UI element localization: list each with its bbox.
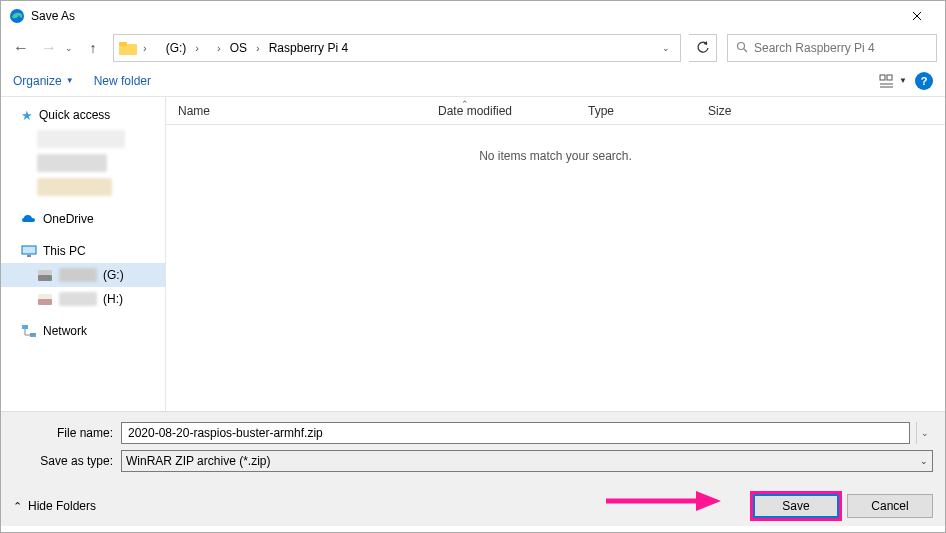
organize-button[interactable]: Organize▼	[13, 74, 74, 88]
svg-rect-2	[119, 42, 127, 46]
svg-rect-6	[887, 75, 892, 80]
sidebar-label: Quick access	[39, 108, 110, 122]
this-pc-icon	[21, 245, 37, 257]
breadcrumb-separator: ›	[253, 42, 263, 54]
sidebar-label: Network	[43, 324, 87, 338]
folder-icon	[118, 40, 138, 56]
up-button[interactable]: ↑	[81, 36, 105, 60]
breadcrumb-folder-rpi4[interactable]: Raspberry Pi 4	[265, 39, 352, 57]
svg-rect-16	[22, 325, 28, 329]
drive-icon	[37, 293, 53, 306]
svg-rect-10	[27, 255, 31, 257]
sidebar-onedrive[interactable]: OneDrive	[1, 207, 165, 231]
window-title: Save As	[31, 9, 897, 23]
column-size[interactable]: Size	[696, 104, 776, 118]
sidebar-quick-item-2[interactable]	[1, 151, 165, 175]
save-button[interactable]: Save	[753, 494, 839, 518]
svg-point-3	[738, 43, 745, 50]
filename-dropdown[interactable]: ⌄	[916, 422, 933, 444]
new-folder-button[interactable]: New folder	[94, 74, 151, 88]
breadcrumb-folder-os[interactable]: OS	[226, 39, 251, 57]
saveastype-label: Save as type:	[13, 454, 121, 468]
chevron-down-icon: ⌄	[920, 456, 928, 466]
empty-message: No items match your search.	[166, 149, 945, 163]
column-date[interactable]: Date modified	[426, 104, 576, 118]
onedrive-icon	[21, 213, 37, 225]
svg-point-13	[48, 277, 50, 279]
breadcrumb-drive[interactable]: (G:)	[162, 39, 191, 57]
sidebar-label: (H:)	[103, 292, 123, 306]
view-toggle[interactable]: ▼	[879, 74, 907, 88]
filename-label: File name:	[13, 426, 121, 440]
drive-icon	[37, 269, 53, 282]
help-button[interactable]: ?	[915, 72, 933, 90]
sidebar-this-pc[interactable]: This PC	[1, 239, 165, 263]
breadcrumb-blurred-2[interactable]	[204, 46, 212, 50]
forward-button[interactable]: →	[37, 36, 61, 60]
search-box[interactable]	[727, 34, 937, 62]
svg-rect-9	[22, 246, 36, 254]
breadcrumb-separator: ›	[140, 42, 150, 54]
breadcrumb-blurred-1[interactable]	[152, 46, 160, 50]
breadcrumb-separator: ›	[192, 42, 202, 54]
edge-icon	[9, 8, 25, 24]
svg-rect-12	[38, 270, 52, 275]
sidebar-label: (G:)	[103, 268, 124, 282]
view-icon	[879, 74, 895, 88]
breadcrumb-expand[interactable]: ⌄	[656, 43, 676, 53]
sidebar-drive-h[interactable]: (H:)	[1, 287, 165, 311]
hide-folders-button[interactable]: ⌃ Hide Folders	[13, 499, 96, 513]
star-pin-icon: ★	[21, 108, 33, 123]
sidebar: ★ Quick access OneDrive This PC	[1, 97, 166, 411]
sidebar-quick-access[interactable]: ★ Quick access	[1, 103, 165, 127]
svg-rect-15	[38, 294, 52, 299]
column-name[interactable]: Name	[166, 104, 426, 118]
sidebar-quick-item-1[interactable]	[1, 127, 165, 151]
sidebar-label: This PC	[43, 244, 86, 258]
sidebar-network[interactable]: Network	[1, 319, 165, 343]
svg-rect-5	[880, 75, 885, 80]
back-button[interactable]: ←	[9, 36, 33, 60]
sidebar-quick-item-3[interactable]	[1, 175, 165, 199]
refresh-button[interactable]	[689, 34, 717, 62]
breadcrumb-separator: ›	[214, 42, 224, 54]
cancel-button[interactable]: Cancel	[847, 494, 933, 518]
network-icon	[21, 324, 37, 338]
saveastype-select[interactable]: WinRAR ZIP archive (*.zip) ⌄	[121, 450, 933, 472]
sidebar-label: OneDrive	[43, 212, 94, 226]
column-type[interactable]: Type	[576, 104, 696, 118]
sort-indicator-icon: ⌃	[461, 99, 469, 109]
svg-rect-14	[38, 299, 52, 305]
close-button[interactable]	[897, 1, 937, 31]
breadcrumb[interactable]: › (G:) › › OS › Raspberry Pi 4 ⌄	[113, 34, 681, 62]
sidebar-drive-g[interactable]: (G:)	[1, 263, 165, 287]
filename-input[interactable]	[121, 422, 910, 444]
search-icon	[736, 39, 748, 57]
svg-line-4	[744, 49, 747, 52]
file-list: Name ⌃ Date modified Type Size No items …	[166, 97, 945, 411]
nav-history-dropdown[interactable]: ⌄	[65, 43, 77, 53]
search-input[interactable]	[754, 41, 928, 55]
